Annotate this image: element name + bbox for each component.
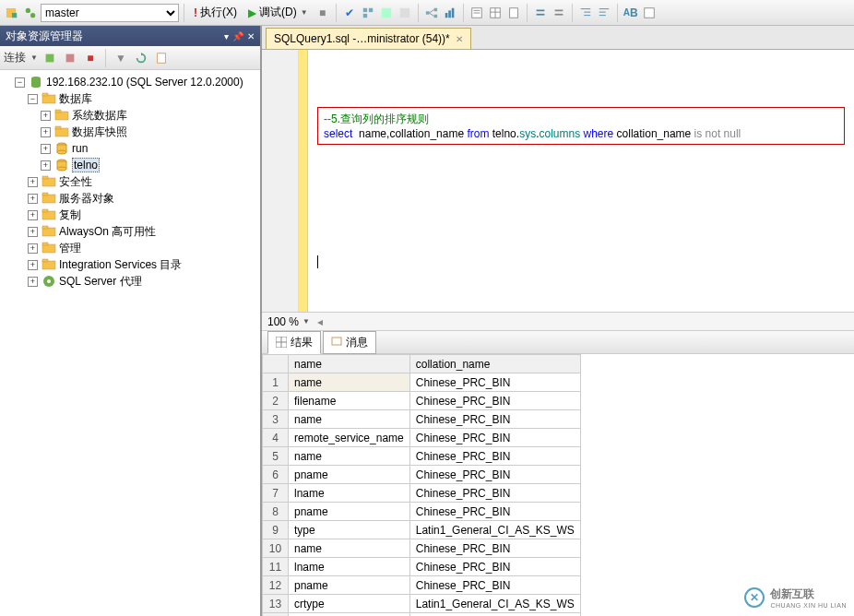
row-number[interactable]: 12 <box>263 576 289 595</box>
grid-cell[interactable]: Chinese_PRC_BIN <box>409 466 580 484</box>
debug-button[interactable]: ▶ 调试(D) ▼ <box>243 3 313 22</box>
row-number[interactable]: 1 <box>263 373 289 392</box>
grid-cell[interactable]: name <box>289 410 410 429</box>
object-tree[interactable]: −192.168.232.10 (SQL Server 12.0.2000) −… <box>0 70 260 616</box>
table-row[interactable]: 2filenameChinese_PRC_BIN <box>263 392 581 410</box>
tree-is-catalog-node[interactable]: +Integration Services 目录 <box>2 256 258 273</box>
table-row[interactable]: 7lnameChinese_PRC_BIN <box>263 484 581 503</box>
connect-icon[interactable] <box>42 50 58 66</box>
table-row[interactable]: 8pnameChinese_PRC_BIN <box>263 503 581 521</box>
results-grid[interactable]: name collation_name 1nameChinese_PRC_BIN… <box>262 354 581 616</box>
tab-close-icon[interactable]: ✕ <box>456 34 463 44</box>
grid-cell[interactable]: Chinese_PRC_BIN <box>409 373 580 392</box>
grid-cell[interactable]: name <box>289 613 410 617</box>
tree-alwayson-node[interactable]: +AlwaysOn 高可用性 <box>2 223 258 240</box>
tree-management-node[interactable]: +管理 <box>2 240 258 256</box>
grid-cell[interactable]: Chinese_PRC_BIN <box>409 503 580 521</box>
table-row[interactable]: 11lnameChinese_PRC_BIN <box>263 558 581 576</box>
stop-icon[interactable]: ■ <box>314 5 331 21</box>
tree-replication-node[interactable]: +复制 <box>2 207 258 223</box>
table-row[interactable]: 9typeLatin1_General_CI_AS_KS_WS <box>263 521 581 539</box>
uncomment-icon[interactable] <box>551 5 567 21</box>
col-header-1[interactable]: collation_name <box>409 355 580 373</box>
grid-cell[interactable]: crtype <box>289 595 410 613</box>
row-number[interactable]: 4 <box>263 429 289 447</box>
grid-corner[interactable] <box>263 355 289 373</box>
row-number[interactable]: 14 <box>263 613 289 617</box>
grid-cell[interactable]: lname <box>289 558 410 576</box>
refresh-icon[interactable] <box>133 50 149 66</box>
disconnect-icon[interactable] <box>62 50 78 66</box>
grid-cell[interactable]: Chinese_PRC_BIN <box>409 392 580 410</box>
table-row[interactable]: 4remote_service_nameChinese_PRC_BIN <box>263 429 581 447</box>
grid-cell[interactable]: Chinese_PRC_BIN <box>409 484 580 503</box>
grid-cell[interactable]: filename <box>289 392 410 410</box>
tree-serverobj-node[interactable]: +服务器对象 <box>2 190 258 207</box>
database-select[interactable]: master <box>41 4 179 22</box>
filter-icon[interactable]: ▼ <box>113 50 129 66</box>
grid-cell[interactable]: pname <box>289 466 410 484</box>
row-number[interactable]: 2 <box>263 392 289 410</box>
table-row[interactable]: 3nameChinese_PRC_BIN <box>263 410 581 429</box>
tree-db-telno[interactable]: +telno <box>2 157 258 173</box>
grid-cell[interactable]: lname <box>289 484 410 503</box>
grid-cell[interactable]: remote_service_name <box>289 429 410 447</box>
table-row[interactable]: 12pnameChinese_PRC_BIN <box>263 576 581 595</box>
grid-cell[interactable]: Chinese_PRC_BIN <box>409 576 580 595</box>
table-row[interactable]: 1nameChinese_PRC_BIN <box>263 373 581 392</box>
splitter-left-icon[interactable]: ◂ <box>317 315 323 328</box>
table-row[interactable]: 5nameChinese_PRC_BIN <box>263 447 581 466</box>
results-tab[interactable]: 结果 <box>267 331 321 354</box>
connect-label[interactable]: 连接 <box>4 50 26 65</box>
row-number[interactable]: 7 <box>263 484 289 503</box>
zoom-value[interactable]: 100 % <box>267 315 299 328</box>
tree-db-run[interactable]: +run <box>2 140 258 157</box>
table-row[interactable]: 13crtypeLatin1_General_CI_AS_KS_WS <box>263 595 581 613</box>
code-area[interactable]: --5.查询列的排序规则 select name,collation_name … <box>308 50 854 312</box>
grid-cell[interactable]: Chinese_PRC_BIN <box>409 613 580 617</box>
grid-cell[interactable]: pname <box>289 576 410 595</box>
sql-editor[interactable]: --5.查询列的排序规则 select name,collation_name … <box>262 50 854 312</box>
execute-button[interactable]: ! 执行(X) <box>189 3 242 22</box>
grid-cell[interactable]: Chinese_PRC_BIN <box>409 447 580 466</box>
intellisense-icon[interactable] <box>397 5 413 21</box>
table-row[interactable]: 14nameChinese_PRC_BIN <box>263 613 581 617</box>
table-row[interactable]: 6pnameChinese_PRC_BIN <box>263 466 581 484</box>
grid-cell[interactable]: Chinese_PRC_BIN <box>409 539 580 558</box>
stop-icon-2[interactable]: ■ <box>82 50 99 66</box>
estimated-plan-icon[interactable] <box>360 5 376 21</box>
document-tab-active[interactable]: SQLQuery1.sql -…ministrator (54))* ✕ <box>266 28 471 49</box>
tree-databases-node[interactable]: −数据库 <box>2 90 258 107</box>
panel-dropdown-icon[interactable]: ▾ <box>224 31 229 41</box>
panel-pin-icon[interactable]: 📌 <box>232 31 243 41</box>
grid-cell[interactable]: Latin1_General_CI_AS_KS_WS <box>409 521 580 539</box>
grid-cell[interactable]: Chinese_PRC_BIN <box>409 410 580 429</box>
row-number[interactable]: 9 <box>263 521 289 539</box>
new-query-icon[interactable] <box>4 5 20 21</box>
results-file-icon[interactable] <box>505 5 522 21</box>
client-stats-icon[interactable] <box>442 5 458 21</box>
tree-agent-node[interactable]: +SQL Server 代理 <box>2 273 258 290</box>
messages-tab[interactable]: 消息 <box>323 331 376 354</box>
row-number[interactable]: 5 <box>263 447 289 466</box>
grid-cell[interactable]: pname <box>289 503 410 521</box>
row-number[interactable]: 3 <box>263 410 289 429</box>
parse-icon[interactable]: ✔ <box>341 5 358 21</box>
tree-snapshot-node[interactable]: +数据库快照 <box>2 124 258 140</box>
grid-cell[interactable]: name <box>289 447 410 466</box>
include-plan-icon[interactable] <box>423 5 440 21</box>
results-grid-icon[interactable] <box>487 5 504 21</box>
zoom-dropdown-icon[interactable]: ▼ <box>302 317 310 326</box>
row-number[interactable]: 8 <box>263 503 289 521</box>
tree-security-node[interactable]: +安全性 <box>2 173 258 190</box>
grid-cell[interactable]: type <box>289 521 410 539</box>
specify-template-icon[interactable]: AB <box>623 5 639 21</box>
template-params-icon[interactable] <box>641 5 658 21</box>
tree-server-node[interactable]: −192.168.232.10 (SQL Server 12.0.2000) <box>2 74 258 90</box>
grid-cell[interactable]: name <box>289 373 410 392</box>
grid-cell[interactable]: name <box>289 539 410 558</box>
grid-cell[interactable]: Latin1_General_CI_AS_KS_WS <box>409 595 580 613</box>
query-options-icon[interactable] <box>378 5 395 21</box>
script-icon[interactable] <box>153 50 170 66</box>
results-grid-wrap[interactable]: name collation_name 1nameChinese_PRC_BIN… <box>262 354 854 616</box>
